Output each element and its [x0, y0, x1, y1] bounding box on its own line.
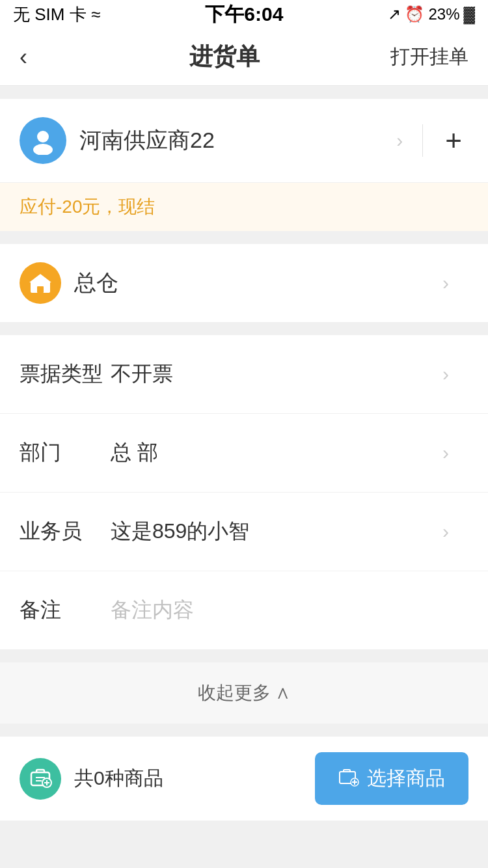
- warehouse-row[interactable]: 总仓 ›: [0, 244, 488, 322]
- select-product-label: 选择商品: [367, 765, 445, 792]
- salesperson-row[interactable]: 业务员 这是859的小智 ›: [0, 493, 488, 571]
- supplier-section: 河南供应商22 › + 应付-20元，现结: [0, 99, 488, 231]
- product-icon: [20, 758, 61, 800]
- open-pending-button[interactable]: 打开挂单: [390, 44, 468, 70]
- remark-placeholder[interactable]: 备注内容: [111, 596, 468, 625]
- section-gap-1: [0, 231, 488, 244]
- status-time: 下午6:04: [205, 1, 283, 28]
- status-right: ↗ ⏰ 23% ▓: [388, 5, 475, 23]
- svg-rect-4: [37, 286, 44, 293]
- department-row[interactable]: 部门 总 部 ›: [0, 414, 488, 493]
- svg-point-0: [37, 131, 49, 142]
- nav-bar: ‹ 进货单 打开挂单: [0, 29, 488, 86]
- battery-icon: ▓: [463, 5, 475, 23]
- invoice-chevron-icon: ›: [442, 363, 449, 385]
- alarm-icon: ⏰: [405, 5, 424, 23]
- select-product-icon: [338, 768, 359, 789]
- divider: [422, 124, 423, 157]
- status-left: 无 SIM 卡 ≈: [13, 3, 100, 26]
- warehouse-name: 总仓: [74, 268, 442, 298]
- salesperson-chevron-icon: ›: [442, 521, 449, 543]
- remark-label: 备注: [20, 596, 111, 625]
- location-icon: ↗: [388, 5, 401, 23]
- invoice-type-label: 票据类型: [20, 360, 111, 388]
- page-background: [0, 821, 488, 868]
- supplier-avatar: [20, 117, 66, 164]
- department-value: 总 部: [111, 439, 442, 467]
- warehouse-chevron-icon: ›: [442, 272, 449, 294]
- department-label: 部门: [20, 439, 111, 467]
- invoice-type-row[interactable]: 票据类型 不开票 ›: [0, 335, 488, 414]
- supplier-name: 河南供应商22: [79, 126, 396, 156]
- battery-level: 23%: [428, 5, 459, 23]
- department-chevron-icon: ›: [442, 442, 449, 464]
- form-section: 票据类型 不开票 › 部门 总 部 › 业务员 这是859的小智 › 备注 备注…: [0, 335, 488, 649]
- section-gap-top: [0, 86, 488, 99]
- supplier-row[interactable]: 河南供应商22 › +: [0, 99, 488, 183]
- back-button[interactable]: ‹: [20, 44, 59, 71]
- bottom-bar: 共0种商品 选择商品: [0, 737, 488, 821]
- sim-status: 无 SIM 卡 ≈: [13, 3, 100, 26]
- select-product-button[interactable]: 选择商品: [315, 752, 468, 805]
- supplier-notice: 应付-20元，现结: [0, 183, 488, 231]
- svg-point-1: [33, 144, 53, 155]
- add-supplier-button[interactable]: +: [439, 124, 468, 157]
- warehouse-section: 总仓 ›: [0, 244, 488, 322]
- salesperson-value: 这是859的小智: [111, 517, 442, 546]
- warehouse-icon: [20, 262, 61, 304]
- remark-row[interactable]: 备注 备注内容: [0, 571, 488, 649]
- invoice-type-value: 不开票: [111, 360, 442, 388]
- supplier-chevron-icon: ›: [396, 129, 403, 152]
- collapse-button[interactable]: 收起更多 ∧: [0, 662, 488, 724]
- status-bar: 无 SIM 卡 ≈ 下午6:04 ↗ ⏰ 23% ▓: [0, 0, 488, 29]
- salesperson-label: 业务员: [20, 517, 111, 546]
- page-title: 进货单: [189, 41, 260, 73]
- product-count: 共0种商品: [74, 765, 302, 792]
- svg-marker-3: [29, 274, 51, 282]
